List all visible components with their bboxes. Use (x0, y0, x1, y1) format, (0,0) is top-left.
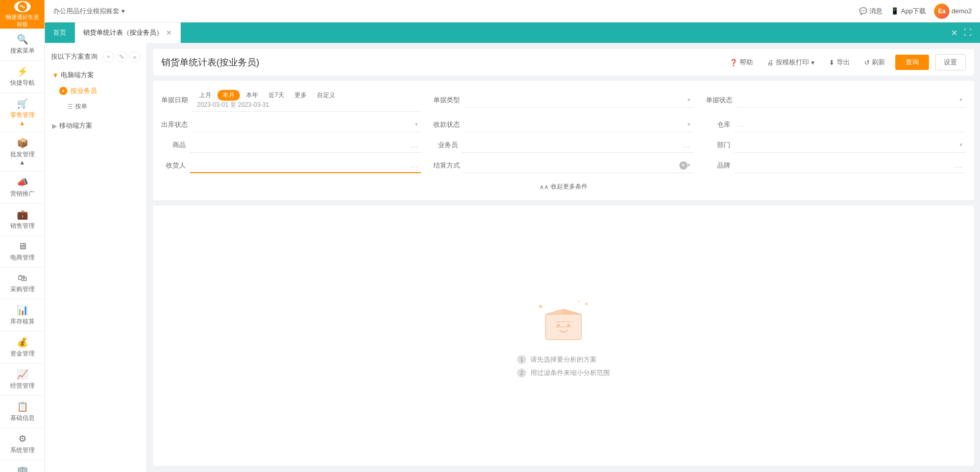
tab-label: 销货单统计表（按业务员） (83, 28, 163, 37)
topbar: 办公用品行业模拟账套 ▾ 💬 消息 📱 App下载 Ea demo2 (45, 0, 980, 22)
sidebar-item-basic[interactable]: 📋 基础信息 (0, 396, 44, 428)
sidebar-item-label: 经营管理 (10, 382, 35, 390)
date-label: 单据日期 (161, 96, 192, 105)
filter-row-3: 商品 … 业务员 … 部门 (161, 137, 966, 153)
app-logo: 畅捷通好生意 标版 (0, 0, 45, 29)
sidebar-item-search[interactable]: 🔍 搜索菜单 (0, 29, 44, 61)
expand-icon: ▲ (19, 120, 26, 127)
date-more-btn[interactable]: 更多 (290, 90, 311, 101)
date-prev-month-btn[interactable]: 上月 (195, 90, 215, 101)
settings-btn[interactable]: 设置 (935, 54, 966, 70)
item-label: 按业务员 (70, 86, 97, 96)
edit-scheme-btn[interactable]: ✎ (116, 51, 127, 62)
dept-control[interactable]: ▾ (734, 137, 966, 153)
out-status-caret-icon: ▾ (415, 121, 418, 128)
expand-window-icon[interactable]: ⛶ (962, 26, 974, 39)
receipt-status-control[interactable]: ▾ (464, 117, 693, 132)
order-icon: ☰ (67, 103, 73, 110)
tab-home[interactable]: 首页 (45, 22, 75, 43)
goods-control[interactable]: … (190, 137, 421, 153)
main-area: 办公用品行业模拟账套 ▾ 💬 消息 📱 App下载 Ea demo2 首页 销货… (45, 0, 980, 472)
export-btn[interactable]: ⬇ 导出 (825, 56, 854, 69)
sidebar-item-sales[interactable]: 💼 销售管理 (0, 204, 44, 236)
salesman-label: 业务员 (433, 140, 462, 150)
sidebar-item-marketing[interactable]: 📣 营销推广 (0, 172, 44, 204)
tabbar-right: ✕ ⛶ (949, 26, 980, 40)
sidebar-item-purchase[interactable]: 🛍 采购管理 (0, 268, 44, 299)
finance-icon: 💰 (17, 337, 28, 348)
sidebar-item-retail[interactable]: 🛒 零售管理 ▲ (0, 93, 44, 132)
content-area: 按以下方案查询 ＋ ✎ « ▼ 电脑端方案 (45, 43, 980, 472)
doc-type-caret-icon: ▾ (688, 97, 691, 103)
message-btn[interactable]: 💬 消息 (859, 7, 883, 16)
desktop-section-header[interactable]: ▼ 电脑端方案 (45, 67, 146, 83)
date-cur-month-btn[interactable]: 本月 (217, 90, 240, 101)
system-icon: ⚙ (18, 433, 27, 444)
sidebar-item-label: 销售管理 (10, 222, 35, 230)
purchase-icon: 🛍 (18, 273, 27, 284)
sidebar-item-label: 批发管理 (10, 150, 35, 159)
add-scheme-btn[interactable]: ＋ (103, 51, 114, 62)
app-name-text: 办公用品行业模拟账套 (53, 7, 119, 16)
chevron-down-icon: ▼ (52, 72, 59, 79)
print-btn[interactable]: 🖨 按模板打印 ▾ (763, 56, 819, 69)
sidebar-item-label: 零售管理 (10, 111, 35, 120)
svg-point-7 (557, 324, 560, 327)
tab-close-icon[interactable]: ✕ (166, 29, 172, 37)
date-7days-btn[interactable]: 近7天 (264, 90, 288, 101)
hint2-num: 2 (517, 368, 526, 377)
consignee-control[interactable]: … (190, 158, 421, 173)
panel-item-by-order[interactable]: ☰ 按单 (45, 99, 146, 114)
sidebar-item-label: 电商管理 (10, 253, 35, 262)
sidebar-item-wholesale[interactable]: 📦 批发管理 ▲ (0, 132, 44, 172)
panel-header-icons: ＋ ✎ « (103, 51, 140, 62)
sidebar-item-ecommerce[interactable]: 🖥 电商管理 (0, 236, 44, 268)
filter-row-1: 单据日期 上月 本月 本年 近7天 更多 自定义 2023-03-01 至 20… (161, 88, 966, 112)
filter-cell-settlement: 结算方式 ✕ ▾ (433, 158, 693, 173)
left-panel: 按以下方案查询 ＋ ✎ « ▼ 电脑端方案 (45, 43, 147, 472)
sidebar-item-label: 库存核算 (10, 317, 35, 326)
ecommerce-icon: 🖥 (18, 241, 27, 252)
inventory-icon: 📊 (17, 304, 28, 316)
user-avatar[interactable]: Ea demo2 (934, 4, 972, 19)
empty-hint-2: 2 用过滤条件来缩小分析范围 (517, 368, 610, 377)
settlement-control[interactable]: ✕ ▾ (464, 158, 693, 173)
consignee-dots-icon: … (410, 160, 418, 170)
sidebar-item-inventory[interactable]: 📊 库存核算 (0, 299, 44, 332)
home-label: 首页 (53, 28, 66, 37)
collapse-btn[interactable]: ∧∧ 收起更多条件 (161, 178, 966, 193)
date-custom-btn[interactable]: 自定义 (313, 90, 339, 101)
refresh-btn[interactable]: ↺ 刷新 (860, 56, 889, 69)
collapse-panel-btn[interactable]: « (129, 51, 140, 62)
salesman-control[interactable]: … (462, 137, 693, 153)
filter-cell-salesman: 业务员 … (433, 137, 693, 153)
title-actions: ❓ 帮助 🖨 按模板打印 ▾ ⬇ 导出 ↺ 刷新 (725, 54, 966, 70)
sidebar-item-operation[interactable]: 📈 经营管理 (0, 364, 44, 396)
collapse-arrow-icon: ∧∧ (540, 183, 549, 191)
salesman-dots-icon: … (682, 140, 691, 150)
svg-point-6 (578, 300, 580, 302)
app-name-dropdown[interactable]: 办公用品行业模拟账套 ▾ (53, 7, 125, 16)
tab-sales-stats[interactable]: 销货单统计表（按业务员） ✕ (75, 22, 181, 43)
brand-control[interactable]: … (734, 158, 966, 173)
sidebar-item-enterprise[interactable]: 🏢 企业协同 (0, 460, 44, 472)
panel-item-by-salesman[interactable]: ● 按业务员 (45, 83, 146, 99)
help-icon: ❓ (729, 59, 738, 66)
svg-point-8 (567, 324, 570, 327)
warehouse-control[interactable]: … (734, 117, 966, 132)
date-control[interactable]: 上月 本月 本年 近7天 更多 自定义 2023-03-01 至 2023-03… (192, 88, 421, 112)
date-cur-year-btn[interactable]: 本年 (242, 90, 262, 101)
sidebar-item-quicknav[interactable]: ⚡ 快捷导航 (0, 61, 44, 93)
close-window-icon[interactable]: ✕ (949, 26, 960, 40)
dept-caret-icon: ▾ (960, 141, 963, 148)
doc-status-control[interactable]: ▾ (737, 92, 966, 108)
out-status-control[interactable]: ▾ (192, 117, 421, 132)
settlement-clear-btn[interactable]: ✕ (679, 161, 688, 170)
sidebar-item-finance[interactable]: 💰 资金管理 (0, 332, 44, 364)
sidebar-item-system[interactable]: ⚙ 系统管理 (0, 428, 44, 460)
doc-type-control[interactable]: ▾ (464, 92, 693, 108)
query-btn[interactable]: 查询 (895, 55, 929, 70)
mobile-section-header[interactable]: ▶ 移动端方案 (45, 118, 146, 133)
app-download-btn[interactable]: 📱 App下载 (891, 7, 926, 16)
help-btn[interactable]: ❓ 帮助 (725, 56, 757, 69)
